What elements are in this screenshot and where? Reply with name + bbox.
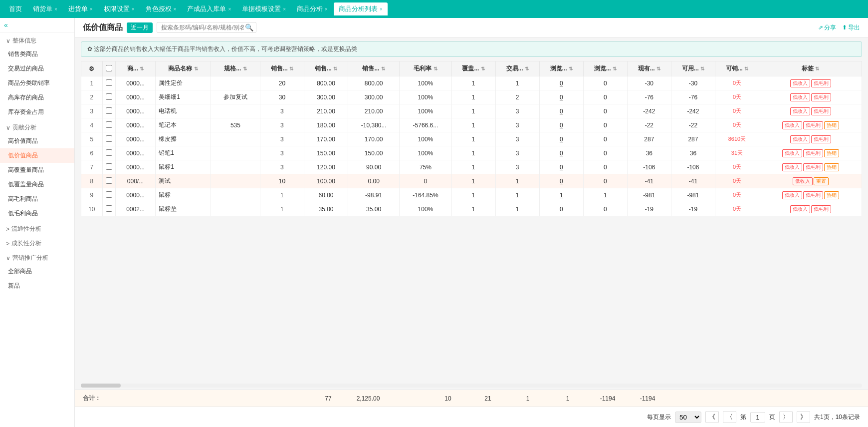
th-checkbox[interactable] — [102, 61, 115, 76]
sidebar-group-growth[interactable]: > 成长性分析 — [0, 235, 74, 250]
th-code[interactable]: 商... ⇅ — [115, 61, 156, 76]
nav-sales[interactable]: 销货单 × — [28, 2, 62, 15]
sidebar-item-sales-goods[interactable]: 销售类商品 — [0, 47, 74, 61]
sidebar-collapse-btn[interactable]: « — [4, 21, 8, 29]
last-page-button[interactable]: 》 — [797, 411, 810, 423]
first-page-button[interactable]: 《 — [705, 411, 719, 423]
browse-link[interactable]: 0 — [560, 136, 563, 143]
th-stock1[interactable]: 现有... ⇅ — [627, 61, 671, 76]
sidebar-item-traded-goods[interactable]: 交易过的商品 — [0, 61, 74, 76]
page-number-input[interactable] — [750, 412, 765, 423]
nav-permission-close[interactable]: × — [132, 6, 135, 12]
row-checkbox[interactable] — [106, 177, 112, 184]
browse-link[interactable]: 0 — [560, 80, 563, 87]
th-sales1[interactable]: 销售... ⇅ — [260, 61, 304, 76]
browse-link[interactable]: 0 — [560, 164, 563, 171]
search-input[interactable] — [157, 22, 256, 33]
nav-permission[interactable]: 权限设置 × — [99, 2, 140, 15]
th-gross[interactable]: 毛利率 ⇅ — [400, 61, 451, 76]
row-browse1[interactable]: 0 — [539, 132, 583, 146]
export-button[interactable]: ⬆ 导出 — [842, 23, 860, 32]
th-browse1[interactable]: 浏览... ⇅ — [539, 61, 583, 76]
row-checkbox-cell[interactable] — [102, 174, 115, 188]
th-tags[interactable]: 标签 ⇅ — [759, 61, 862, 76]
row-browse1[interactable]: 1 — [539, 188, 583, 202]
row-checkbox[interactable] — [106, 205, 112, 212]
sidebar-item-high-profit[interactable]: 高毛利商品 — [0, 192, 74, 206]
sidebar-group-overall[interactable]: ∨ 整体信息 — [0, 32, 74, 47]
nav-goods-analysis-close[interactable]: × — [325, 6, 328, 12]
th-trade[interactable]: 交易... ⇅ — [495, 61, 539, 76]
nav-product-storage-close[interactable]: × — [228, 6, 231, 12]
nav-goods-list[interactable]: 商品分析列表 × — [334, 2, 388, 15]
nav-product-storage[interactable]: 产成品入库单 × — [182, 2, 236, 15]
row-browse1[interactable]: 0 — [539, 160, 583, 174]
row-browse1[interactable]: 0 — [539, 76, 583, 90]
th-stock2[interactable]: 可用... ⇅ — [671, 61, 715, 76]
browse-link[interactable]: 0 — [560, 122, 563, 129]
sidebar-item-new-goods[interactable]: 新品 — [0, 279, 74, 293]
share-button[interactable]: ⇗ 分享 — [818, 23, 836, 32]
browse-link[interactable]: 0 — [560, 178, 563, 185]
th-name[interactable]: 商品名称 ⇅ — [156, 61, 211, 76]
sidebar-group-marketing[interactable]: ∨ 营销推广分析 — [0, 250, 74, 264]
row-checkbox-cell[interactable] — [102, 104, 115, 118]
select-all-checkbox[interactable] — [106, 65, 112, 71]
row-checkbox[interactable] — [106, 191, 112, 198]
row-checkbox-cell[interactable] — [102, 160, 115, 174]
th-sales2[interactable]: 销售... ⇅ — [304, 61, 348, 76]
sidebar-item-low-profit[interactable]: 低毛利商品 — [0, 206, 74, 221]
row-browse1[interactable]: 0 — [539, 90, 583, 104]
row-checkbox[interactable] — [106, 135, 112, 142]
row-checkbox[interactable] — [106, 163, 112, 170]
row-checkbox-cell[interactable] — [102, 76, 115, 90]
row-checkbox-cell[interactable] — [102, 118, 115, 132]
row-checkbox-cell[interactable] — [102, 132, 115, 146]
row-checkbox[interactable] — [106, 79, 112, 86]
nav-template-close[interactable]: × — [283, 6, 286, 12]
row-browse1[interactable]: 0 — [539, 104, 583, 118]
nav-sales-close[interactable]: × — [54, 6, 57, 12]
nav-template[interactable]: 单据模板设置 × — [237, 2, 291, 15]
sidebar-item-low-value[interactable]: 低价值商品 — [0, 148, 74, 163]
sidebar-item-high-stock[interactable]: 高库存的商品 — [0, 90, 74, 105]
row-browse1[interactable]: 0 — [539, 118, 583, 132]
sidebar-item-stock-capital[interactable]: 库存资金占用 — [0, 105, 74, 119]
row-browse1[interactable]: 0 — [539, 146, 583, 160]
th-stock3[interactable]: 可销... ⇅ — [715, 61, 759, 76]
row-checkbox-cell[interactable] — [102, 146, 115, 160]
nav-role[interactable]: 角色授权 × — [141, 2, 182, 15]
th-settings[interactable]: ⚙ — [81, 61, 103, 76]
nav-goods-analysis[interactable]: 商品分析 × — [292, 2, 333, 15]
sidebar-item-category-rate[interactable]: 商品分类助销率 — [0, 76, 74, 90]
browse-link[interactable]: 0 — [560, 150, 563, 157]
sidebar-group-flow[interactable]: > 流通性分析 — [0, 221, 74, 235]
browse-link[interactable]: 0 — [560, 108, 563, 115]
sidebar-item-low-coverage[interactable]: 低覆盖量商品 — [0, 177, 74, 192]
time-filter-button[interactable]: 近一月 — [127, 22, 153, 33]
nav-role-close[interactable]: × — [174, 6, 177, 12]
th-cover[interactable]: 覆盖... ⇅ — [451, 61, 495, 76]
th-spec[interactable]: 规格... ⇅ — [211, 61, 260, 76]
sidebar-item-high-coverage[interactable]: 高覆盖量商品 — [0, 163, 74, 177]
prev-page-button[interactable]: 〈 — [723, 411, 736, 423]
next-page-button[interactable]: 〉 — [779, 411, 793, 423]
nav-purchase[interactable]: 进货单 × — [63, 2, 98, 15]
row-checkbox[interactable] — [106, 93, 112, 100]
row-checkbox[interactable] — [106, 107, 112, 114]
nav-goods-list-close[interactable]: × — [380, 6, 383, 12]
browse-link[interactable]: 1 — [560, 192, 563, 199]
sidebar-item-all-goods[interactable]: 全部商品 — [0, 264, 74, 279]
sidebar-group-contribution[interactable]: ∨ 贡献分析 — [0, 119, 74, 134]
nav-purchase-close[interactable]: × — [90, 6, 93, 12]
row-browse1[interactable]: 0 — [539, 202, 583, 216]
th-browse2[interactable]: 浏览... ⇅ — [583, 61, 627, 76]
row-checkbox[interactable] — [106, 121, 112, 128]
row-checkbox-cell[interactable] — [102, 90, 115, 104]
horizontal-scrollbar[interactable] — [81, 384, 862, 388]
nav-home[interactable]: 首页 — [4, 2, 27, 15]
per-page-select[interactable]: 50 100 200 — [675, 412, 701, 423]
browse-link[interactable]: 0 — [560, 94, 563, 101]
row-browse1[interactable]: 0 — [539, 174, 583, 188]
row-checkbox-cell[interactable] — [102, 188, 115, 202]
